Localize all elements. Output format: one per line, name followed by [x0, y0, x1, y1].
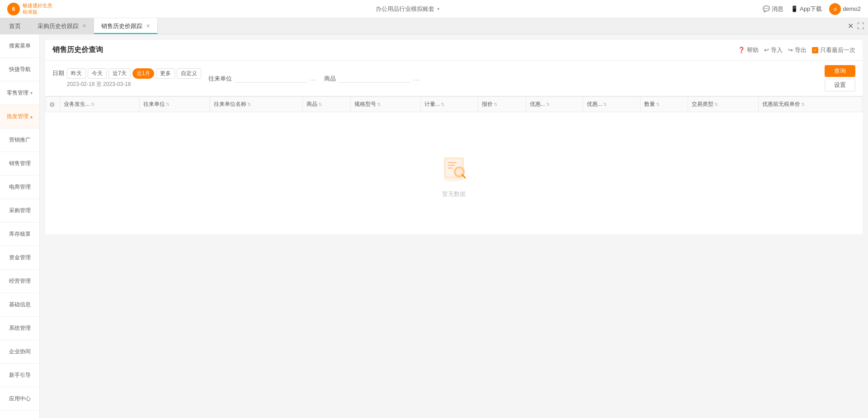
- date-filter-label: 日期: [52, 68, 64, 77]
- table-header-unit: 计量...⇅: [421, 97, 478, 112]
- sidebar-item-ecommerce[interactable]: 电商管理: [0, 176, 39, 199]
- settings-button[interactable]: 设置: [825, 79, 855, 91]
- sort-icon-discount2[interactable]: ⇅: [603, 102, 607, 107]
- basics-label: 基础信息: [9, 301, 31, 309]
- sort-icon-spec[interactable]: ⇅: [377, 102, 381, 107]
- app-download-button[interactable]: 📱 App下载: [791, 5, 822, 13]
- sidebar-item-basics[interactable]: 基础信息: [0, 293, 39, 317]
- tab-purchase-history[interactable]: 采购历史价跟踪 ✕: [30, 18, 94, 34]
- sort-icon-biz-date[interactable]: ⇅: [91, 102, 94, 107]
- counterparty-input[interactable]: [235, 74, 307, 83]
- sort-icon-counterparty-name[interactable]: ⇅: [247, 102, 251, 107]
- product-input-wrap: ...: [339, 74, 421, 83]
- empty-icon: [436, 148, 472, 185]
- date-btn-today[interactable]: 今天: [88, 68, 107, 79]
- sidebar-item-enterprise[interactable]: 企业协同: [0, 340, 39, 364]
- main-layout: 搜索菜单 快捷导航 零售管理 ▾ 批发管理 ▴ 营销推广 销售管理 电商管理 采…: [0, 34, 868, 418]
- sort-icon-pre-tax[interactable]: ⇅: [801, 102, 805, 107]
- help-icon: ❓: [738, 47, 745, 53]
- checkbox-checked-icon: ✓: [812, 47, 818, 53]
- sidebar-item-inventory[interactable]: 库存核算: [0, 223, 39, 246]
- tab-home[interactable]: 首页: [0, 18, 30, 34]
- date-range: 2023-02-18 至 2023-03-18: [67, 81, 201, 88]
- avatar: d: [829, 3, 841, 15]
- table-header-spec: 规格型号⇅: [350, 97, 421, 112]
- sort-icon-quantity[interactable]: ⇅: [656, 102, 660, 107]
- table-header-quantity: 数量⇅: [640, 97, 688, 112]
- sort-icon-product[interactable]: ⇅: [318, 102, 322, 107]
- app-title: 办公用品行业模拟账套: [376, 5, 434, 13]
- finance-label: 资金管理: [9, 254, 31, 261]
- message-icon: 💬: [763, 5, 770, 12]
- sidebar-item-finance[interactable]: 资金管理: [0, 246, 39, 270]
- top-bar-left: 6 畅捷通好生意 标准版: [7, 3, 52, 15]
- table-header-discount1: 优惠...⇅: [526, 97, 583, 112]
- logo-icon: 6: [7, 3, 20, 15]
- sidebar-item-sales-mgmt[interactable]: 销售管理: [0, 152, 39, 176]
- logo-area: 6 畅捷通好生意 标准版: [7, 3, 52, 15]
- table-settings-icon[interactable]: ⚙: [49, 101, 55, 108]
- sidebar-item-wholesale-mgmt[interactable]: 批发管理 ▴: [0, 105, 39, 128]
- counterparty-dots[interactable]: ...: [309, 75, 317, 82]
- help-button[interactable]: ❓ 帮助: [738, 46, 759, 54]
- import-button[interactable]: ↩ 导入: [764, 46, 783, 54]
- counterparty-filter-group: 往来单位 ...: [208, 74, 317, 83]
- app-title-dropdown[interactable]: ▾: [437, 6, 439, 11]
- enterprise-label: 企业协同: [9, 348, 31, 356]
- sort-icon-unit[interactable]: ⇅: [441, 102, 444, 107]
- purchase-mgmt-label: 采购管理: [9, 207, 31, 214]
- svg-rect-7: [448, 165, 455, 166]
- sidebar-item-guide[interactable]: 新手引导: [0, 364, 39, 387]
- tab-maximize-icon[interactable]: ⛶: [857, 22, 864, 30]
- query-button[interactable]: 查询: [825, 65, 855, 77]
- page-header: 销售历史价查询 ❓ 帮助 ↩ 导入 ↪ 导出 ✓ 只看最后一次: [45, 40, 863, 61]
- svg-rect-6: [448, 162, 457, 163]
- sidebar-item-quick-nav[interactable]: 快捷导航: [0, 58, 39, 81]
- import-icon: ↩: [764, 47, 769, 53]
- top-bar-right: 💬 消息 📱 App下载 d demo2: [763, 3, 861, 15]
- export-button[interactable]: ↪ 导出: [788, 46, 807, 54]
- sidebar-item-operations[interactable]: 经营管理: [0, 270, 39, 293]
- ecommerce-label: 电商管理: [9, 183, 31, 191]
- sidebar-item-marketing[interactable]: 营销推广: [0, 128, 39, 152]
- tab-sales-history-close[interactable]: ✕: [146, 23, 150, 29]
- date-btn-last7[interactable]: 近7天: [108, 68, 131, 79]
- sort-icon-trade-type[interactable]: ⇅: [714, 102, 718, 107]
- product-dots[interactable]: ...: [413, 75, 421, 82]
- page-header-actions: ❓ 帮助 ↩ 导入 ↪ 导出 ✓ 只看最后一次: [738, 46, 855, 54]
- messaging-button[interactable]: 💬 消息: [763, 5, 783, 13]
- system-label: 系统管理: [9, 324, 31, 332]
- sort-icon-discount1[interactable]: ⇅: [546, 102, 550, 107]
- date-btn-yesterday[interactable]: 昨天: [67, 68, 86, 79]
- only-last-checkbox[interactable]: ✓ 只看最后一次: [812, 46, 855, 54]
- quick-nav-label: 快捷导航: [9, 66, 31, 73]
- sales-mgmt-label: 销售管理: [9, 160, 31, 167]
- sidebar-item-apps[interactable]: 应用中心: [0, 387, 39, 411]
- import-label: 导入: [771, 46, 783, 54]
- svg-rect-8: [448, 167, 453, 169]
- product-filter-group: 商品 ...: [324, 74, 421, 83]
- filter-actions: 查询 设置: [825, 65, 855, 91]
- product-input[interactable]: [339, 74, 411, 83]
- tab-close-all-icon[interactable]: ✕: [848, 22, 854, 30]
- tab-purchase-history-close[interactable]: ✕: [82, 23, 86, 29]
- wholesale-mgmt-arrow: ▴: [30, 114, 33, 119]
- sidebar-item-purchase-mgmt[interactable]: 采购管理: [0, 199, 39, 223]
- user-area[interactable]: d demo2: [829, 3, 861, 15]
- sort-icon-counterparty-code[interactable]: ⇅: [166, 102, 170, 107]
- tab-sales-history[interactable]: 销售历史价跟踪 ✕: [94, 18, 158, 34]
- date-btn-last1m[interactable]: 近1月: [132, 68, 155, 79]
- product-label: 商品: [324, 74, 336, 83]
- tab-bar-actions: ✕ ⛶: [844, 18, 868, 34]
- table-header-pre-tax: 优惠前无税单价⇅: [758, 97, 862, 112]
- sidebar-item-system[interactable]: 系统管理: [0, 317, 39, 340]
- sidebar-item-enterprise-wechat[interactable]: 企业微信: [0, 411, 39, 418]
- table-header-discount2: 优惠...⇅: [583, 97, 641, 112]
- date-btn-custom[interactable]: 自定义: [177, 68, 201, 79]
- sidebar-item-retail-mgmt[interactable]: 零售管理 ▾: [0, 81, 39, 105]
- sort-icon-quote[interactable]: ⇅: [494, 102, 497, 107]
- sidebar-item-search-menu[interactable]: 搜索菜单: [0, 34, 39, 58]
- date-btn-more[interactable]: 更多: [156, 68, 175, 79]
- help-label: 帮助: [747, 46, 759, 54]
- app-title-area[interactable]: 办公用品行业模拟账套 ▾: [376, 5, 439, 13]
